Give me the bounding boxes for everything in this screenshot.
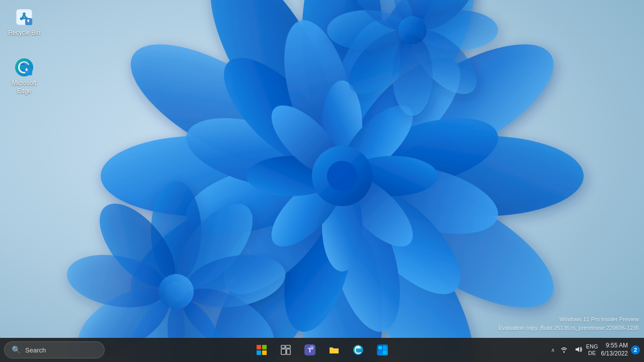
network-icon[interactable]: [559, 344, 569, 356]
microsoft-edge-icon[interactable]: Microsoft Edge: [4, 55, 44, 97]
search-icon: 🔍: [12, 345, 21, 354]
clock[interactable]: 9:55 AM 6/13/2022: [601, 342, 628, 357]
svg-rect-77: [383, 350, 386, 354]
notification-badge[interactable]: 2: [631, 345, 640, 354]
teams-icon: T M: [304, 344, 315, 355]
taskbar-center: T M: [251, 339, 393, 361]
svg-point-44: [158, 274, 194, 309]
svg-rect-74: [378, 346, 382, 349]
svg-point-53: [398, 16, 427, 44]
watermark-line2: Evaluation copy. Build 25136.rs_prerelea…: [499, 324, 639, 332]
svg-rect-61: [257, 350, 261, 355]
microsoft-edge-label: Microsoft Edge: [6, 79, 42, 95]
recycle-bin-image: [14, 7, 34, 27]
tray-icons-group: ∧: [551, 344, 583, 356]
search-label: Search: [25, 346, 46, 354]
file-explorer-icon: [329, 344, 340, 355]
wallpaper: [0, 0, 644, 362]
edge-taskbar-icon: [353, 344, 364, 355]
tray-overflow-button[interactable]: ∧: [551, 347, 555, 353]
teams-button[interactable]: T M: [299, 339, 321, 361]
svg-rect-66: [287, 349, 290, 354]
edge-taskbar-button[interactable]: [347, 339, 369, 361]
watermark-line1: Windows 11 Pro Insider Preview: [499, 315, 639, 324]
system-tray: ∧: [551, 342, 640, 357]
start-button[interactable]: [251, 339, 273, 361]
recycle-bin-label: Recycle Bin: [8, 29, 40, 37]
language-indicator[interactable]: ENG DE: [586, 343, 598, 356]
date-display: 6/13/2022: [601, 350, 628, 358]
time-display: 9:55 AM: [606, 342, 628, 350]
svg-point-34: [327, 161, 357, 191]
file-explorer-button[interactable]: [323, 339, 345, 361]
svg-rect-64: [286, 345, 290, 348]
svg-rect-62: [262, 350, 267, 355]
store-button[interactable]: [371, 339, 393, 361]
notification-count: 2: [634, 347, 637, 353]
volume-icon[interactable]: [573, 344, 583, 356]
microsoft-edge-image: [14, 57, 34, 77]
svg-text:M: M: [311, 347, 313, 350]
svg-rect-76: [378, 350, 382, 354]
recycle-bin-icon[interactable]: Recycle Bin: [4, 5, 44, 39]
language-top: ENG: [586, 343, 598, 350]
language-bottom: DE: [588, 350, 596, 356]
svg-rect-60: [262, 345, 267, 349]
svg-rect-65: [281, 349, 286, 354]
search-bar[interactable]: 🔍 Search: [4, 341, 105, 358]
svg-rect-71: [330, 349, 339, 353]
svg-point-78: [564, 351, 565, 352]
task-view-button[interactable]: [275, 339, 297, 361]
desktop: Recycle Bin: [0, 0, 644, 362]
svg-rect-59: [257, 345, 261, 349]
task-view-icon: [281, 345, 291, 355]
svg-rect-75: [383, 346, 386, 349]
svg-rect-63: [281, 345, 285, 348]
store-icon: [377, 344, 388, 355]
taskbar: 🔍 Search: [0, 338, 644, 362]
watermark: Windows 11 Pro Insider Preview Evaluatio…: [499, 315, 639, 332]
windows-logo-icon: [256, 344, 267, 355]
